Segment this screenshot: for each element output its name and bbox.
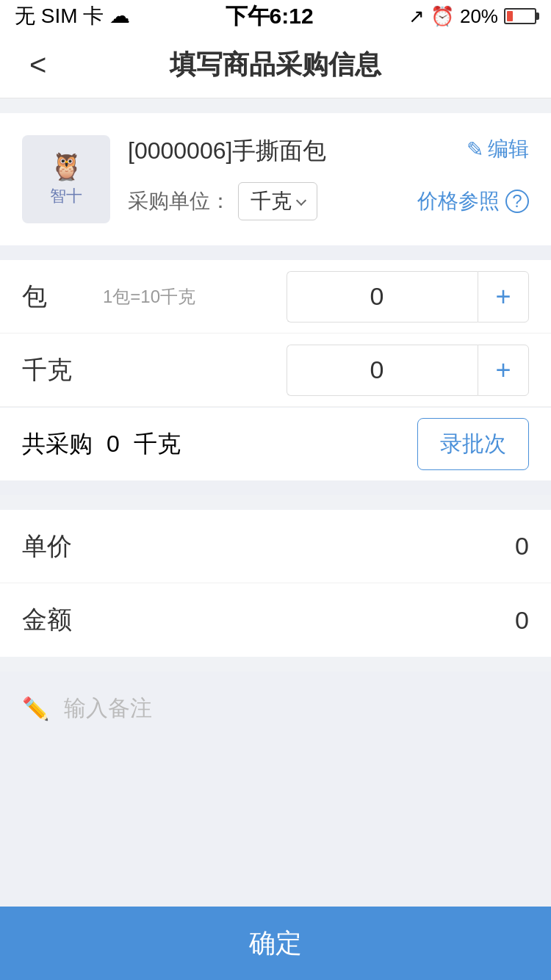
total-unit: 千克 xyxy=(134,430,181,457)
back-button[interactable]: < xyxy=(22,41,54,89)
no-sim-text: 无 SIM 卡 ☁ xyxy=(15,2,130,30)
confirm-label: 确定 xyxy=(249,926,302,962)
bag-input-row: 包 1包=10千克 + xyxy=(0,260,551,334)
kg-plus-button[interactable]: + xyxy=(478,345,529,396)
amount-row: 金额 0 xyxy=(0,583,551,657)
record-batch-button[interactable]: 录批次 xyxy=(417,418,529,470)
bag-quantity-input[interactable] xyxy=(287,271,478,323)
kg-quantity-input[interactable] xyxy=(287,345,478,396)
note-placeholder: 输入备注 xyxy=(64,693,152,724)
bag-sublabel: 1包=10千克 xyxy=(103,285,195,309)
kg-input-group: + xyxy=(287,345,529,396)
help-icon[interactable]: ? xyxy=(505,190,529,213)
product-image: 🦉 智十 xyxy=(22,135,110,223)
battery-percent: 20% xyxy=(460,5,498,28)
unit-label: 采购单位： xyxy=(128,187,231,215)
product-thumbnail-icon: 🦉 xyxy=(50,151,83,182)
battery-icon xyxy=(504,8,536,24)
product-info: [0000006]手撕面包 ✎ 编辑 采购单位： 千克 价格参照 ? xyxy=(128,135,529,220)
note-section[interactable]: ✏️ 输入备注 xyxy=(0,671,551,746)
price-ref-label: 价格参照 xyxy=(417,187,500,215)
edit-label: 编辑 xyxy=(488,135,529,163)
amount-value: 0 xyxy=(515,606,529,635)
total-text: 共采购 0 千克 xyxy=(22,428,181,461)
unit-select[interactable]: 千克 xyxy=(238,182,317,220)
bag-input-group: + xyxy=(287,271,529,323)
edit-button[interactable]: ✎ 编辑 xyxy=(467,135,529,163)
product-name: [0000006]手撕面包 xyxy=(128,135,467,167)
unit-price-row: 单价 0 xyxy=(0,510,551,583)
total-amount: 0 xyxy=(107,430,120,457)
location-icon: ↗ xyxy=(408,5,425,28)
kg-label: 千克 xyxy=(22,353,96,387)
product-unit-row: 采购单位： 千克 价格参照 ? xyxy=(128,182,529,220)
bag-label: 包 xyxy=(22,280,96,314)
status-time: 下午6:12 xyxy=(226,1,314,32)
separator-1 xyxy=(0,245,551,260)
price-ref-button[interactable]: 价格参照 ? xyxy=(417,187,529,215)
alarm-icon: ⏰ xyxy=(431,5,454,28)
bag-plus-button[interactable]: + xyxy=(478,271,529,323)
page-title: 填写商品采购信息 xyxy=(170,47,381,83)
unit-price-value: 0 xyxy=(515,532,529,561)
unit-price-label: 单价 xyxy=(22,530,72,563)
product-card: 🦉 智十 [0000006]手撕面包 ✎ 编辑 采购单位： 千克 价格参照 ? xyxy=(0,113,551,245)
kg-input-row: 千克 + xyxy=(0,334,551,407)
product-header: [0000006]手撕面包 ✎ 编辑 xyxy=(128,135,529,167)
price-info-section: 单价 0 金额 0 xyxy=(0,510,551,657)
status-left: 无 SIM 卡 ☁ xyxy=(15,2,130,30)
separator-2 xyxy=(0,480,551,495)
total-label: 共采购 xyxy=(22,430,93,457)
amount-label: 金额 xyxy=(22,603,72,637)
battery-fill xyxy=(507,11,513,21)
status-right: ↗ ⏰ 20% xyxy=(408,5,536,28)
nav-bar: < 填写商品采购信息 xyxy=(0,32,551,98)
input-section: 包 1包=10千克 + 千克 + xyxy=(0,260,551,407)
chevron-down-icon xyxy=(296,195,306,205)
total-row: 共采购 0 千克 录批次 xyxy=(0,407,551,480)
unit-value: 千克 xyxy=(251,187,292,215)
product-thumbnail-text: 智十 xyxy=(50,185,82,207)
status-bar: 无 SIM 卡 ☁ 下午6:12 ↗ ⏰ 20% xyxy=(0,0,551,32)
edit-icon: ✎ xyxy=(467,137,483,162)
pencil-icon: ✏️ xyxy=(22,696,49,721)
confirm-button[interactable]: 确定 xyxy=(0,907,551,980)
